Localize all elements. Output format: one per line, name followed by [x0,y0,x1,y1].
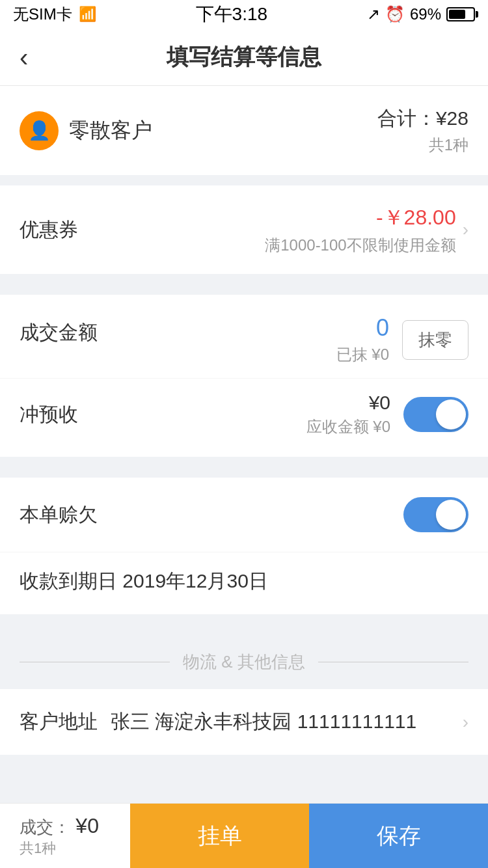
round-button[interactable]: 抹零 [402,320,468,360]
coupon-desc: 满1000-100不限制使用金额 [265,235,455,256]
coupon-label: 优惠券 [20,217,78,243]
debt-section: 本单赊欠 收款到期日 2019年12月30日 [0,478,488,614]
status-left: 无SIM卡 📶 [13,4,96,25]
hold-button[interactable]: 挂单 [130,804,309,868]
customer-section: 👤 零散客户 合计：¥28 共1种 [0,86,488,175]
customer-total: 合计：¥28 [377,105,468,132]
transaction-amount: 0 [336,314,389,342]
bottom-bar: 成交： ¥0 共1种 挂单 保存 [0,803,488,868]
prepay-amount: ¥0 [306,392,390,414]
transaction-row: 成交金额 0 已抹 ¥0 抹零 [0,295,488,372]
address-section[interactable]: 客户地址 张三 海淀永丰科技园 11111111111 › [0,689,488,755]
status-right: ↗ ⏰ 69% [367,5,475,23]
status-bar: 无SIM卡 📶 下午3:18 ↗ ⏰ 69% [0,0,488,29]
signal-text: 无SIM卡 [13,4,72,25]
customer-count: 共1种 [377,135,468,156]
chevron-right-icon: › [463,219,468,240]
avatar-icon: 👤 [28,120,51,141]
debt-toggle-knob [436,500,466,530]
transaction-label: 成交金额 [20,314,98,346]
save-button[interactable]: 保存 [309,804,488,868]
address-chevron-icon: › [463,712,468,733]
logistics-section: 物流 & 其他信息 [0,635,488,689]
battery-icon [446,7,475,21]
transaction-amount-wrap: 0 已抹 ¥0 [336,314,389,365]
customer-name: 零散客户 [69,116,152,145]
due-date-row: 收款到期日 2019年12月30日 [0,552,488,614]
bottom-count: 共1种 [20,839,111,858]
prepay-right: ¥0 应收金额 ¥0 [306,392,468,437]
location-icon: ↗ [367,5,380,23]
section-divider-3 [0,625,488,635]
logistics-line-right [318,662,468,662]
debt-toggle[interactable] [403,497,468,532]
customer-left: 👤 零散客户 [20,111,152,150]
alarm-icon: ⏰ [385,5,405,23]
back-button[interactable]: ‹ [20,44,28,70]
prepay-label: 冲预收 [20,401,78,428]
battery-text: 69% [410,5,441,23]
bottom-info: 成交： ¥0 共1种 [0,814,130,858]
coupon-right: -￥28.00 满1000-100不限制使用金额 › [265,204,468,256]
battery-fill [449,10,465,19]
prepay-receivable: 应收金额 ¥0 [306,416,390,437]
due-date-label: 收款到期日 [20,570,117,591]
logistics-line-left [20,662,170,662]
wifi-icon: 📶 [79,6,96,23]
coupon-section[interactable]: 优惠券 -￥28.00 满1000-100不限制使用金额 › [0,185,488,274]
bottom-deal-label: 成交： [20,817,70,837]
due-date-value: 2019年12月30日 [122,570,267,591]
nav-bar: ‹ 填写结算等信息 [0,29,488,86]
section-divider-2 [0,467,488,478]
bottom-deal-amount: ¥0 [75,814,99,837]
prepay-toggle[interactable] [403,397,468,432]
debt-label: 本单赊欠 [20,502,98,528]
status-time: 下午3:18 [196,2,268,27]
customer-right: 合计：¥28 共1种 [377,105,468,156]
toggle-knob [436,400,466,429]
coupon-discount: -￥28.00 [265,204,455,232]
content-area: 👤 零散客户 合计：¥28 共1种 优惠券 -￥28.00 满1000-100不… [0,86,488,833]
logistics-label: 物流 & 其他信息 [183,651,305,673]
debt-row: 本单赊欠 [0,478,488,552]
coupon-info: -￥28.00 满1000-100不限制使用金额 [265,204,455,256]
section-divider-1 [0,284,488,295]
address-value: 张三 海淀永丰科技园 11111111111 [111,709,463,735]
page-title: 填写结算等信息 [167,42,321,72]
prepay-row: 冲预收 ¥0 应收金额 ¥0 [0,378,488,457]
transaction-prepay-section: 成交金额 0 已抹 ¥0 抹零 冲预收 ¥0 应收金额 ¥0 [0,295,488,457]
customer-avatar: 👤 [20,111,59,150]
address-label: 客户地址 [20,709,98,735]
bottom-deal-row: 成交： ¥0 [20,814,111,839]
transaction-right: 0 已抹 ¥0 抹零 [336,314,468,365]
prepay-amount-wrap: ¥0 应收金额 ¥0 [306,392,390,437]
transaction-deducted: 已抹 ¥0 [336,344,389,365]
